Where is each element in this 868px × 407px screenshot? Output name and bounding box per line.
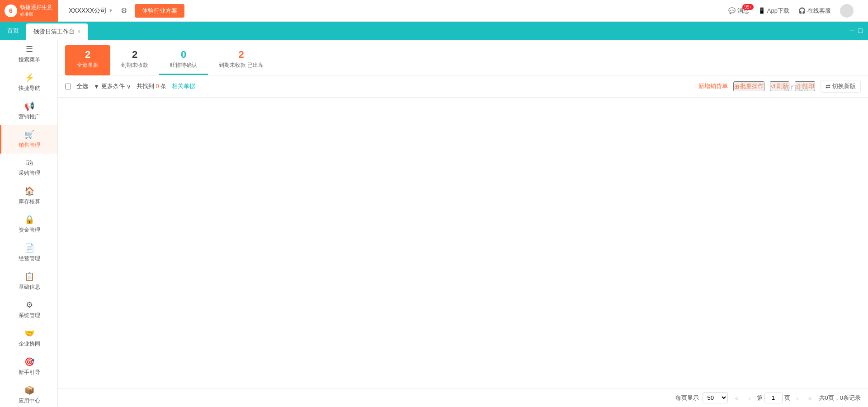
sidebar-item-enterprise[interactable]: 🤝 企业协同 [0,324,57,352]
sidebar-item-search-menu[interactable]: ☰ 搜索菜单 [0,40,57,68]
logo-icon: 6 [5,5,17,17]
sidebar-item-label: 采购管理 [19,169,40,177]
chevron-down-icon: ▼ [108,8,113,13]
stat-label-overdue-shipped: 到期未收款 已出库 [219,61,264,69]
last-page-button[interactable]: » [805,393,816,403]
result-unit: 条 [160,83,166,89]
toolbar: 全选 ▼ 更多条件 ∨ 共找到 0 条 相关单据 + 新增销货单 ⊞ 批量操作 [58,75,868,98]
stat-tab-wangwang[interactable]: 0 旺辅待确认 [159,45,208,75]
sidebar-item-finance[interactable]: 🔒 资金管理 [0,210,57,239]
sidebar-item-label: 资金管理 [19,226,40,234]
operations-icon: 📄 [24,243,34,253]
logo-char: 6 [9,7,13,14]
sidebar-item-label: 搜索菜单 [19,56,40,64]
system-icon: ⚙ [26,300,33,310]
online-service-button[interactable]: 🎧 在线客服 [798,7,831,15]
tab-close-icon[interactable]: × [77,28,80,35]
tab-maximize-button[interactable]: □ [858,27,863,35]
sidebar-item-app-center[interactable]: 📦 应用中心 [0,381,57,407]
app-download-label: App下载 [767,7,789,15]
stats-tabs: 2 全部单据 2 到期未收款 0 旺辅待确认 2 到期未收款 已出库 [58,40,868,75]
page-label-pre: 第 [757,394,763,402]
sidebar-item-label: 应用中心 [19,397,40,405]
main-layout: ☰ 搜索菜单 ⚡ 快捷导航 📢 营销推广 🛒 销售管理 🛍 采购管理 🏠 库存核… [0,40,868,407]
next-page-button[interactable]: › [792,393,803,403]
company-name: XXXXXX公司 [69,7,107,15]
tab-minimize-button[interactable]: ─ [849,27,854,35]
switch-version-button[interactable]: ⇄ 切换新版 [821,80,861,93]
quick-nav-icon: ⚡ [24,73,34,83]
sidebar-item-basic-info[interactable]: 📋 基础信息 [0,267,57,295]
logo-line2: 标准版 [20,11,52,17]
company-selector[interactable]: XXXXXX公司 ▼ [65,5,117,17]
stat-tab-overdue[interactable]: 2 到期未收款 [110,45,159,75]
message-icon: 💬 [728,7,736,14]
stat-num-overdue-shipped: 2 [239,49,244,61]
stat-label-all: 全部单据 [77,61,99,69]
related-link[interactable]: 相关单据 [172,82,195,90]
filter-button[interactable]: ▼ 更多条件 ∨ [94,82,131,90]
sidebar-item-label: 快捷导航 [19,84,40,92]
prev-page-button[interactable]: ‹ [744,393,755,403]
footer: 每页显示 50 100 200 « ‹ 第 页 › » 共0页，0条记录 [58,388,868,407]
table-area [58,98,868,388]
tab-qhrc-label: 钱货日清工作台 [33,28,75,36]
first-page-button[interactable]: « [731,393,742,403]
toolbar-right: + 新增销货单 ⊞ 批量操作 ↺ 刷新 🖨 打印 ⇄ 切换新版 [693,80,861,93]
print-button[interactable]: 🖨 打印 [795,81,815,91]
sidebar-item-operations[interactable]: 📄 经营管理 [0,239,57,267]
toolbar-left: 全选 ▼ 更多条件 ∨ 共找到 0 条 相关单据 [65,82,195,90]
logo-area: 6 畅捷通好生意 标准版 [0,0,58,22]
gear-button[interactable]: ⚙ [117,4,131,18]
finance-icon: 🔒 [24,215,34,225]
stat-tab-all[interactable]: 2 全部单据 [65,45,110,75]
stat-num-overdue: 2 [132,49,137,61]
page-number-input[interactable] [764,393,783,403]
tab-home[interactable]: 首页 [0,22,26,40]
sidebar-item-sales[interactable]: 🛒 销售管理 [0,125,57,154]
logo-text: 畅捷通好生意 标准版 [20,4,52,17]
message-button[interactable]: 💬 消息 99+ [728,7,749,15]
refresh-icon: ↺ [771,83,776,90]
sidebar-item-guide[interactable]: 🎯 新手引导 [0,352,57,381]
avatar[interactable] [840,4,854,18]
sidebar-item-label: 基础信息 [19,283,40,291]
page-size-label: 每页显示 [675,394,699,402]
sidebar-item-label: 系统管理 [19,312,40,319]
pagination: « ‹ 第 页 › » [731,393,816,403]
stat-tab-overdue-shipped[interactable]: 2 到期未收款 已出库 [208,45,274,75]
sidebar-item-label: 销售管理 [19,141,40,149]
sidebar-item-quick-nav[interactable]: ⚡ 快捷导航 [0,68,57,97]
sidebar-item-label: 库存核算 [19,198,40,206]
basic-info-icon: 📋 [24,271,34,281]
enterprise-icon: 🤝 [24,328,34,338]
sidebar-item-system[interactable]: ⚙ 系统管理 [0,295,57,324]
tab-qhrc[interactable]: 钱货日清工作台 × [26,23,88,40]
refresh-button[interactable]: ↺ 刷新 [770,81,789,91]
marketing-icon: 📢 [24,101,34,111]
app-icon: 📱 [758,7,765,14]
app-download-button[interactable]: 📱 App下载 [758,7,789,15]
page-label-post: 页 [784,394,790,402]
app-center-icon: 📦 [24,385,34,395]
sidebar-item-purchase[interactable]: 🛍 采购管理 [0,154,57,182]
chevron-icon: ∨ [127,83,131,90]
batch-icon: ⊞ [734,83,739,90]
search-menu-icon: ☰ [26,44,33,54]
select-all-checkbox[interactable] [65,84,71,89]
filter-result: 共找到 0 条 [137,82,166,90]
sidebar-item-inventory[interactable]: 🏠 库存核算 [0,182,57,210]
service-icon: 🎧 [798,7,806,14]
new-sales-order-button[interactable]: + 新增销货单 [693,82,728,90]
top-header: 6 畅捷通好生意 标准版 XXXXXX公司 ▼ ⚙ 体验行业方案 💬 消息 99… [0,0,868,22]
result-count: 0 [156,83,159,89]
sidebar-item-label: 新手引导 [19,369,40,376]
page-size-select[interactable]: 50 100 200 [703,392,728,403]
result-prefix: 共找到 [137,83,154,89]
content-area: 2 全部单据 2 到期未收款 0 旺辅待确认 2 到期未收款 已出库 全选 [58,40,868,407]
batch-operation-button[interactable]: ⊞ 批量操作 [733,81,764,91]
trial-button[interactable]: 体验行业方案 [135,4,184,18]
filter-icon: ▼ [94,83,99,90]
sidebar-item-marketing[interactable]: 📢 营销推广 [0,97,57,125]
tab-right-buttons: ─ □ [849,27,868,35]
